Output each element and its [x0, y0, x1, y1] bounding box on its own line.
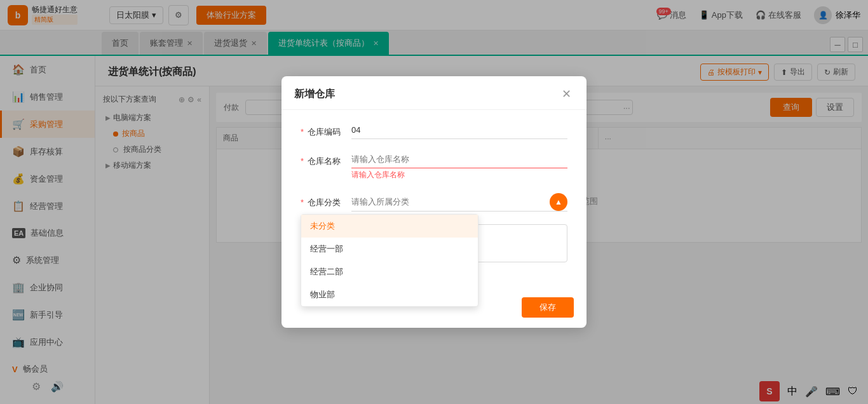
save-button[interactable]: 保存 — [522, 297, 574, 318]
category-toggle-btn[interactable]: ▲ — [550, 193, 567, 211]
warehouse-code-input[interactable] — [351, 123, 567, 139]
dropdown-item-ops1[interactable]: 经营一部 — [301, 238, 478, 260]
category-label: * 仓库分类 — [301, 193, 351, 208]
dialog-close-btn[interactable]: ✕ — [559, 86, 574, 102]
category-field: ▲ 未分类 经营一部 经营二部 物业部 — [351, 193, 567, 212]
category-input-wrapper: ▲ — [351, 193, 567, 212]
code-field — [351, 123, 567, 139]
code-label: * 仓库编码 — [301, 123, 351, 138]
category-row: * 仓库分类 ▲ 未分类 经营一部 经营二部 物业部 — [301, 193, 567, 212]
dropdown-item-property[interactable]: 物业部 — [301, 283, 478, 306]
name-label: * 仓库名称 — [301, 152, 351, 167]
dialog-header: 新增仓库 ✕ — [281, 76, 587, 110]
warehouse-name-input[interactable] — [351, 152, 567, 168]
chevron-up-icon: ▲ — [555, 198, 562, 206]
name-field: 请输入仓库名称 — [351, 152, 567, 180]
category-input[interactable] — [351, 194, 550, 210]
name-row: * 仓库名称 请输入仓库名称 — [301, 152, 567, 180]
dropdown-item-unclassified[interactable]: 未分类 — [301, 215, 478, 238]
dropdown-item-ops2[interactable]: 经营二部 — [301, 260, 478, 283]
dialog-title: 新增仓库 — [294, 88, 335, 101]
dialog-body: * 仓库编码 * 仓库名称 请输入仓库名称 * 仓库分类 — [281, 110, 587, 290]
name-error-msg: 请输入仓库名称 — [351, 170, 567, 180]
add-warehouse-dialog: 新增仓库 ✕ * 仓库编码 * 仓库名称 请输入仓库名称 — [281, 76, 587, 328]
code-row: * 仓库编码 — [301, 123, 567, 139]
category-dropdown: 未分类 经营一部 经营二部 物业部 — [301, 214, 478, 307]
